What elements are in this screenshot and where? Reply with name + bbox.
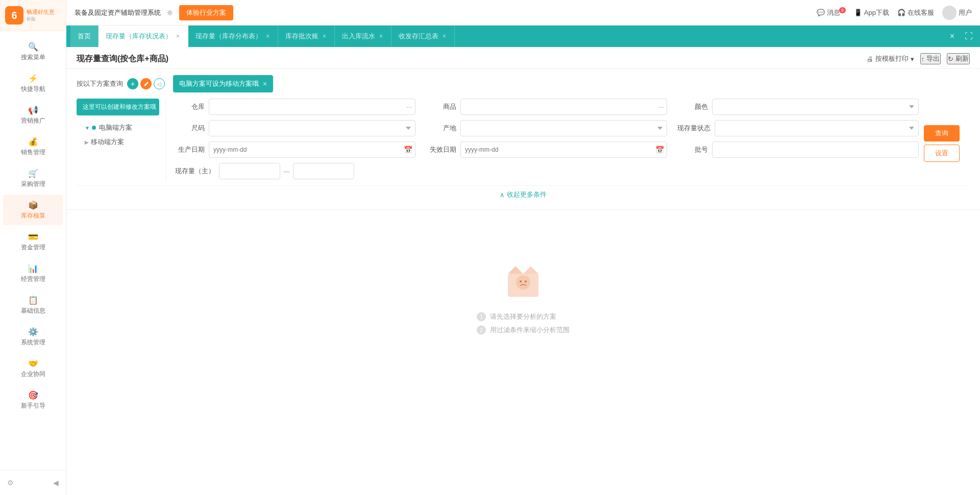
sidebar-item-purchase-label: 采购管理: [21, 180, 45, 188]
sidebar-item-quick-nav[interactable]: ⚡ 快捷导航: [3, 68, 63, 99]
tab-inventory-status-label: 现存量（库存状况表）: [106, 32, 172, 41]
batch-field: 批号: [677, 142, 919, 158]
scheme-edit-btn[interactable]: [140, 78, 152, 89]
collapse-label: 收起更多条件: [507, 190, 547, 199]
collapse-btn[interactable]: ∧ 收起更多条件: [500, 190, 547, 199]
tooltip-edit-close[interactable]: ×: [160, 103, 164, 111]
svg-point-0: [169, 11, 172, 14]
tab-close-all-btn[interactable]: ×: [947, 30, 958, 43]
online-support-btn[interactable]: 🎧 在线客服: [897, 8, 934, 17]
page-area: 现存量查询(按仓库+商品) 🖨 按模板打印 ▾ ↑ 导出 ↻ 刷新: [66, 47, 980, 495]
tab-batch-ledger-label: 库存批次账: [285, 32, 318, 41]
notification-btn[interactable]: 💬 消息 9: [817, 8, 846, 17]
tab-batch-ledger-close[interactable]: ×: [322, 32, 327, 41]
scheme-group-desktop-arrow: ▼: [85, 125, 90, 131]
sidebar-footer: ⚙ ◀: [0, 470, 66, 495]
tab-in-out-flow-close[interactable]: ×: [378, 32, 384, 41]
production-date-calendar-icon[interactable]: 📅: [404, 146, 412, 154]
svg-point-2: [516, 275, 530, 290]
tab-inventory-status-close[interactable]: ×: [175, 32, 181, 41]
empty-step-2-text: 用过滤条件来缩小分析范围: [490, 325, 570, 335]
export-btn[interactable]: ↑ 导出: [920, 53, 941, 64]
refresh-btn[interactable]: ↻ 刷新: [947, 53, 970, 64]
industry-plan-btn[interactable]: 体验行业方案: [179, 5, 233, 20]
sidebar-item-sales[interactable]: 💰 销售管理: [3, 131, 63, 162]
user-menu-btn[interactable]: 用户: [942, 6, 972, 20]
page-title: 现存量查询(按仓库+商品): [77, 54, 168, 64]
batch-input[interactable]: [712, 142, 919, 158]
scheme-arrow-btn[interactable]: ◁: [154, 78, 165, 89]
header-right: 💬 消息 9 📱 App下载 🎧 在线客服 用户: [817, 6, 972, 20]
origin-select[interactable]: [460, 120, 667, 136]
scheme-group-mobile-title[interactable]: ▶ 移动端方案: [85, 136, 159, 148]
sidebar-item-guide[interactable]: 🎯 新手引导: [3, 385, 63, 415]
sidebar-item-enterprise[interactable]: 🤝 企业协同: [3, 353, 63, 384]
filter-row-wrapper: 这里可以创建和修改方案哦 × ▼ 电脑端方案: [77, 99, 970, 181]
query-btn[interactable]: 查询: [924, 125, 960, 142]
basic-info-icon: 📋: [28, 295, 38, 305]
template-dropdown-icon: ▾: [911, 55, 914, 63]
sidebar-item-search[interactable]: 🔍 搜索菜单: [3, 36, 63, 67]
sidebar-item-finance[interactable]: 💳 资金管理: [3, 226, 63, 257]
inventory-min-input[interactable]: [219, 163, 280, 179]
tab-recv-summary-close[interactable]: ×: [442, 32, 447, 41]
tab-inventory-dist[interactable]: 现存量（库存分布表） ×: [188, 26, 278, 47]
headset-icon: 🎧: [897, 9, 905, 16]
sidebar-settings-btn[interactable]: ⚙: [3, 476, 17, 490]
empty-steps: 1 请先选择要分析的方案 2 用过滤条件来缩小分析范围: [477, 312, 570, 335]
batch-input-wrap: [712, 142, 919, 158]
expiry-date-label: 失效日期: [426, 145, 456, 154]
notification-badge: 9: [839, 7, 846, 13]
reset-btn[interactable]: 设置: [924, 145, 960, 162]
tab-batch-ledger[interactable]: 库存批次账 ×: [278, 26, 335, 47]
warehouse-input[interactable]: [209, 99, 415, 115]
sidebar-item-basic-info[interactable]: 📋 基础信息: [3, 290, 63, 320]
scheme-group-desktop-title[interactable]: ▼ 电脑端方案: [85, 122, 159, 134]
tab-in-out-flow[interactable]: 出入库流水 ×: [335, 26, 391, 47]
size-select[interactable]: [209, 120, 415, 136]
tab-inventory-dist-close[interactable]: ×: [265, 32, 271, 41]
production-date-input[interactable]: [209, 142, 415, 158]
product-input[interactable]: [460, 99, 667, 115]
tab-bar-end: × ⛶: [947, 30, 976, 43]
color-select[interactable]: [712, 99, 919, 115]
sidebar-item-inventory-label: 库存核算: [21, 211, 45, 220]
product-input-wrap: ···: [460, 99, 667, 115]
template-print-btn[interactable]: 🖨 按模板打印 ▾: [867, 54, 914, 63]
sidebar-item-quick-nav-label: 快捷导航: [21, 85, 45, 93]
operations-icon: 📊: [28, 263, 38, 273]
top-header: 装备及固定资产辅助管理系统 体验行业方案 💬 消息 9 📱 App下载 🎧: [66, 0, 980, 26]
sidebar-item-purchase[interactable]: 🛒 采购管理: [3, 163, 63, 194]
expiry-date-input[interactable]: [460, 142, 667, 158]
scheme-group-mobile: ▶ 移动端方案: [85, 136, 159, 148]
scheme-group-desktop: ▼ 电脑端方案: [85, 122, 159, 134]
scheme-add-btn[interactable]: +: [127, 78, 138, 89]
inventory-status-select[interactable]: [715, 120, 919, 136]
expiry-date-calendar-icon[interactable]: 📅: [655, 146, 664, 154]
app-download-label: App下载: [864, 8, 889, 17]
logo-area: 6 畅通好生意 标版: [0, 0, 66, 31]
inventory-status-input-wrap: [715, 120, 919, 136]
sidebar-item-marketing[interactable]: 📢 营销推广: [3, 100, 63, 130]
sidebar-collapse-btn[interactable]: ◀: [48, 476, 63, 490]
empty-step-1-text: 请先选择要分析的方案: [490, 312, 556, 321]
filter-left-panel: 这里可以创建和修改方案哦 × ▼ 电脑端方案: [77, 99, 166, 181]
tooltip-desktop-close[interactable]: ×: [263, 80, 267, 88]
inventory-icon: 📦: [28, 200, 38, 210]
tab-fullscreen-btn[interactable]: ⛶: [962, 30, 976, 43]
tab-home[interactable]: 首页: [70, 26, 99, 47]
product-dots-btn[interactable]: ···: [658, 103, 664, 111]
filter-area: 按以下方案查询 + ◁ 电脑方案可设为移动方案哦 ×: [66, 69, 980, 210]
sidebar: 6 畅通好生意 标版 🔍 搜索菜单 ⚡ 快捷导航 📢 营销推广 💰 销售管理 🛒…: [0, 0, 66, 495]
sidebar-item-operations[interactable]: 📊 经营管理: [3, 258, 63, 289]
app-download-btn[interactable]: 📱 App下载: [854, 8, 889, 17]
tab-recv-summary[interactable]: 收发存汇总表 ×: [391, 26, 455, 47]
sidebar-item-system[interactable]: ⚙️ 系统管理: [3, 321, 63, 352]
sidebar-item-inventory[interactable]: 📦 库存核算: [3, 195, 63, 225]
warehouse-dots-btn[interactable]: ···: [406, 103, 412, 111]
settings-gear-icon[interactable]: [167, 10, 173, 16]
tab-inventory-status[interactable]: 现存量（库存状况表） ×: [99, 26, 188, 47]
tooltip-desktop-text: 电脑方案可设为移动方案哦: [179, 79, 259, 88]
empty-svg: [498, 251, 549, 302]
inventory-max-input[interactable]: [293, 163, 354, 179]
